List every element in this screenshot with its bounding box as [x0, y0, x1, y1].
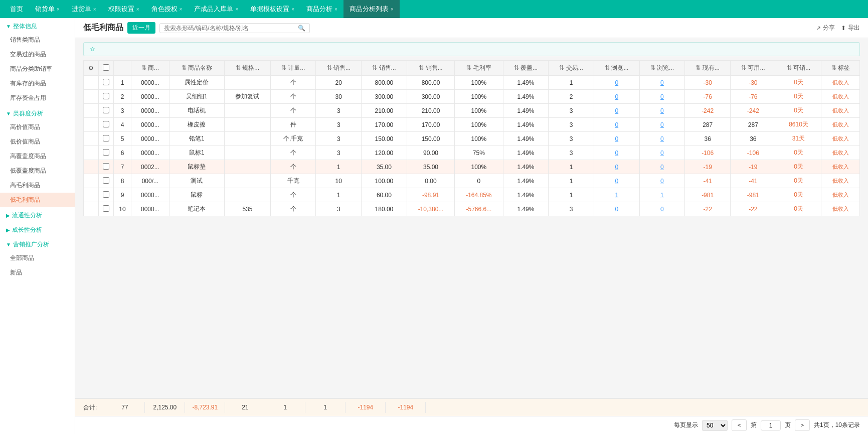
nav-close-icon[interactable]: × — [180, 7, 183, 12]
browse-link[interactable]: 0 — [660, 121, 664, 128]
nav-item[interactable]: 商品分析× — [300, 0, 343, 18]
browse-link[interactable]: 0 — [615, 121, 618, 128]
nav-close-icon[interactable]: × — [136, 7, 139, 12]
column-header-8[interactable]: ⇅ 覆盖... — [503, 61, 549, 76]
browse-link[interactable]: 0 — [660, 93, 664, 100]
browse-link[interactable]: 0 — [615, 107, 618, 114]
nav-item[interactable]: 首页 — [4, 0, 29, 18]
nav-item[interactable]: 产成品入库单× — [188, 0, 244, 18]
share-button[interactable]: ↗ 分享 — [816, 24, 835, 32]
browse-link[interactable]: 0 — [660, 107, 664, 114]
column-header-15[interactable]: ⇅ 标签 — [821, 61, 860, 76]
row-check-input[interactable] — [103, 93, 109, 99]
sidebar-item[interactable]: 高毛利商品 — [0, 178, 75, 193]
nav-item[interactable]: 进货单× — [66, 0, 102, 18]
sidebar-group-title[interactable]: ▼整体信息 — [0, 18, 75, 33]
row-checkbox[interactable] — [99, 202, 114, 216]
nav-close-icon[interactable]: × — [93, 7, 96, 12]
row-check-input[interactable] — [103, 149, 109, 156]
browse-link[interactable]: 1 — [615, 192, 618, 199]
sidebar-item[interactable]: 库存资金占用 — [0, 91, 75, 105]
column-check-all[interactable] — [99, 61, 114, 76]
browse-link[interactable]: 0 — [660, 135, 664, 142]
period-button[interactable]: 近一月 — [127, 22, 155, 34]
sidebar-item[interactable]: 新品 — [0, 265, 75, 280]
sidebar-item[interactable]: 销售类商品 — [0, 33, 75, 47]
sidebar-group-title[interactable]: ▼类群度分析 — [0, 105, 75, 120]
column-header-10[interactable]: ⇅ 浏览... — [594, 61, 639, 76]
browse-link[interactable]: 0 — [660, 206, 664, 213]
sidebar-group-title[interactable]: ▶流通性分析 — [0, 207, 75, 222]
page-input[interactable] — [761, 420, 781, 430]
check-all-input[interactable] — [103, 64, 109, 71]
sidebar-item[interactable]: 高覆盖度商品 — [0, 149, 75, 164]
column-header-14[interactable]: ⇅ 可销... — [776, 61, 821, 76]
row-check-input[interactable] — [103, 191, 109, 198]
nav-item[interactable]: 商品分析列表× — [343, 0, 400, 18]
nav-item[interactable]: 权限设置× — [102, 0, 145, 18]
search-icon[interactable]: 🔍 — [298, 25, 305, 32]
row-check-input[interactable] — [103, 163, 109, 170]
browse-link[interactable]: 0 — [660, 164, 664, 171]
sidebar-item[interactable]: 低价值商品 — [0, 134, 75, 149]
sidebar-item[interactable]: 全部商品 — [0, 251, 75, 265]
column-header-0[interactable]: ⇅ 商... — [131, 61, 169, 76]
browse-link[interactable]: 0 — [615, 206, 618, 213]
column-header-1[interactable]: ⇅ 商品名称 — [169, 61, 224, 76]
row-check-input[interactable] — [103, 107, 109, 113]
row-checkbox[interactable] — [99, 174, 114, 188]
sidebar-group-title[interactable]: ▼营销推广分析 — [0, 236, 75, 251]
column-header-12[interactable]: ⇅ 现有... — [685, 61, 731, 76]
next-page-button[interactable]: ＞ — [795, 419, 810, 431]
per-page-select[interactable]: 50 20 100 — [702, 420, 728, 431]
search-input[interactable] — [164, 25, 298, 32]
browse-link[interactable]: 0 — [615, 93, 618, 100]
browse-link[interactable]: 1 — [660, 192, 664, 199]
row-checkbox[interactable] — [99, 160, 114, 174]
sidebar-item[interactable]: 低覆盖度商品 — [0, 164, 75, 178]
row-check-input[interactable] — [103, 121, 109, 127]
row-checkbox[interactable] — [99, 76, 114, 90]
column-header-3[interactable]: ⇅ 计量... — [270, 61, 316, 76]
row-checkbox[interactable] — [99, 146, 114, 160]
column-header-9[interactable]: ⇅ 交易... — [549, 61, 594, 76]
column-header-13[interactable]: ⇅ 可用... — [730, 61, 776, 76]
row-check-input[interactable] — [103, 205, 109, 212]
sidebar-item[interactable]: 商品分类助销率 — [0, 62, 75, 76]
browse-link[interactable]: 0 — [660, 79, 664, 86]
browse-link[interactable]: 0 — [615, 79, 618, 86]
row-checkbox[interactable] — [99, 118, 114, 132]
sidebar-item[interactable]: 高价值商品 — [0, 120, 75, 134]
row-checkbox[interactable] — [99, 188, 114, 202]
prev-page-button[interactable]: ＜ — [732, 419, 747, 431]
sidebar-item[interactable]: 低毛利商品 — [0, 193, 75, 207]
column-header-11[interactable]: ⇅ 浏览... — [639, 61, 685, 76]
nav-item[interactable]: 销货单× — [29, 0, 66, 18]
column-header-4[interactable]: ⇅ 销售... — [316, 61, 362, 76]
row-check-input[interactable] — [103, 135, 109, 141]
sidebar-item[interactable]: 交易过的商品 — [0, 47, 75, 62]
row-checkbox[interactable] — [99, 104, 114, 118]
browse-link[interactable]: 0 — [660, 150, 664, 157]
nav-close-icon[interactable]: × — [57, 7, 60, 12]
column-settings[interactable]: ⚙ — [84, 61, 99, 76]
nav-close-icon[interactable]: × — [235, 7, 238, 12]
browse-link[interactable]: 0 — [615, 150, 618, 157]
nav-close-icon[interactable]: × — [391, 7, 394, 12]
nav-close-icon[interactable]: × — [291, 7, 294, 12]
export-button[interactable]: ⬆ 导出 — [841, 24, 860, 32]
sidebar-group-title[interactable]: ▶成长性分析 — [0, 222, 75, 236]
row-checkbox[interactable] — [99, 132, 114, 146]
nav-item[interactable]: 单据模板设置× — [244, 0, 300, 18]
sidebar-item[interactable]: 有库存的商品 — [0, 76, 75, 91]
row-check-input[interactable] — [103, 177, 109, 184]
column-header-5[interactable]: ⇅ 销售... — [362, 61, 407, 76]
browse-link[interactable]: 0 — [615, 164, 618, 171]
browse-link[interactable]: 0 — [615, 178, 618, 185]
nav-item[interactable]: 角色授权× — [145, 0, 189, 18]
nav-close-icon[interactable]: × — [334, 7, 337, 12]
column-header-6[interactable]: ⇅ 销售... — [407, 61, 454, 76]
browse-link[interactable]: 0 — [660, 178, 664, 185]
browse-link[interactable]: 0 — [615, 135, 618, 142]
row-check-input[interactable] — [103, 79, 109, 85]
